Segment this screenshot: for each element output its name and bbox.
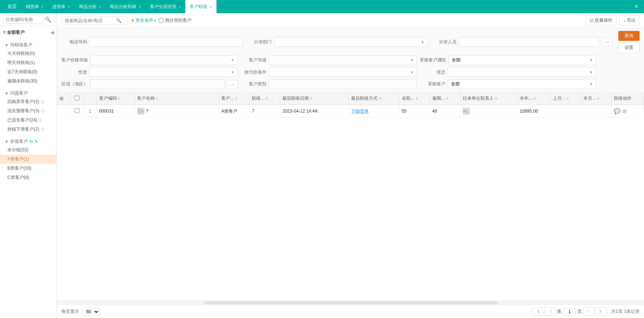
region-input[interactable]	[90, 80, 225, 89]
sidebar-item-repurchase-anomaly[interactable]: 回购异常客户(2) ⓘ	[0, 97, 57, 106]
content-area: 🔍 ▼ 更多条件 ▾ 我分管的客户 ☑ 批量操作 ↓ 导出	[57, 13, 644, 318]
sidebar-item-unclassified[interactable]: 未分组(32)	[0, 145, 57, 155]
value-customers-label[interactable]: ▼ 价值客户 ↻ ✎	[0, 137, 57, 145]
sidebar-search-icon[interactable]: 🔍	[45, 17, 51, 22]
phone-label: 电话号码	[61, 39, 87, 45]
sort-name-icon[interactable]: ⇅	[156, 97, 159, 100]
sort-overdue-icon[interactable]: ⇅	[446, 97, 449, 100]
close-product-list-tab-icon[interactable]: ×	[139, 4, 141, 9]
contact-method-link[interactable]: 下销货单	[351, 109, 369, 114]
select-all-checkbox[interactable]	[75, 96, 79, 100]
close-purchase-tab-icon[interactable]: ×	[68, 4, 70, 9]
problem-customers-label[interactable]: ▼ 问题客户	[0, 89, 57, 97]
export-button[interactable]: ↓ 导出	[619, 15, 640, 25]
filter-cell-scattered-attr: 零散客户属性 全部 ▼	[420, 55, 596, 65]
close-all-button[interactable]: ×	[632, 3, 641, 10]
page-size-select[interactable]: 50	[82, 308, 100, 316]
edit-icon[interactable]: ✎	[35, 139, 38, 144]
first-page-button[interactable]: 《	[532, 307, 543, 316]
sort-contact-icon[interactable]: ⇅	[265, 97, 268, 100]
sort-thismonth-icon[interactable]: ⇅	[597, 97, 600, 100]
sidebar-item-c-class[interactable]: C类客户(6)	[0, 173, 57, 182]
query-button[interactable]: 查询	[618, 31, 640, 41]
sidebar-item-tomorrow[interactable]: 明天待联络(1)	[0, 58, 57, 67]
th-code: 客户编码 ⇅	[97, 92, 135, 105]
chevron-price-icon: ▼	[231, 58, 235, 62]
next-page-button[interactable]: 〉	[583, 307, 594, 316]
sidebar-item-a-class[interactable]: A类客户(1)	[0, 155, 57, 164]
dept-select[interactable]: ▼	[274, 37, 427, 47]
nav-tab-customer-contact[interactable]: 客户联络 ×	[185, 0, 216, 13]
price-grade-select[interactable]: ▼	[90, 56, 238, 65]
payment-select[interactable]: ▼	[269, 67, 417, 77]
sort-unit-icon[interactable]: ⇅	[495, 97, 498, 100]
region-dots-button[interactable]: ···	[227, 80, 238, 89]
sort-year-icon[interactable]: ⇅	[533, 97, 536, 100]
sidebar-search-input[interactable]	[3, 15, 43, 24]
total-records: 共1页 1条记录	[611, 308, 640, 315]
last-page-button[interactable]: 》	[596, 307, 607, 316]
main-search-icon[interactable]: 🔍	[116, 18, 122, 23]
page-number-input[interactable]	[563, 308, 576, 315]
grid-action-icon[interactable]: ⊞	[622, 108, 627, 114]
more-conditions-button[interactable]: ▼ 更多条件 ▾	[130, 17, 156, 24]
info-icon-2: ⓘ	[41, 109, 44, 114]
nav-tab-home[interactable]: 首页	[3, 0, 21, 13]
td-name: Ea ?	[135, 105, 219, 118]
sidebar-item-declining[interactable]: 持续下滑客户(2) ⓘ	[0, 125, 57, 134]
status-select[interactable]: ▼	[448, 67, 596, 77]
nav-tab-sales[interactable]: 销货单 ×	[21, 0, 48, 13]
row-checkbox[interactable]	[75, 108, 79, 113]
th-this-year: 本年... ⇅	[517, 92, 550, 105]
sort-code-icon[interactable]: ⇅	[118, 97, 121, 100]
nav-tab-customer-tier[interactable]: 客户分层经营 ×	[146, 0, 185, 13]
sort-nocontact-icon[interactable]: ⇅	[415, 97, 418, 100]
nav-tab-product-list[interactable]: 商品分析列表 ×	[105, 0, 145, 13]
pagination: 《 〈 第 页 〉 》 共1页 1条记录	[532, 307, 640, 316]
payment-label: 收付款条件	[241, 69, 266, 75]
manager-input[interactable]	[459, 37, 600, 47]
close-product-analysis-tab-icon[interactable]: ×	[99, 4, 101, 9]
phone-input[interactable]	[89, 37, 243, 47]
customer-grade-select[interactable]: ▼	[269, 56, 417, 65]
scattered-attr-select[interactable]: 全部 ▼	[448, 55, 596, 65]
filter-row-4: 区域（地区） ··· 客户类型 零散客户 全部 ▼	[61, 79, 640, 89]
table-settings-icon[interactable]: ⚙	[59, 96, 64, 102]
chat-action-icon[interactable]: 💬	[614, 108, 620, 114]
sort-method-icon[interactable]: ⇅	[379, 97, 382, 100]
nav-tab-purchase[interactable]: 进货单 ×	[48, 0, 74, 13]
customer-type-input[interactable]	[269, 80, 417, 89]
dots-icon: ⠿	[3, 31, 6, 35]
nav-tab-product-analysis[interactable]: 商品分析 ×	[75, 0, 105, 13]
settings-button[interactable]: 设置	[618, 42, 640, 53]
all-customers-header[interactable]: ⠿ 全部客户 ◀	[0, 28, 57, 38]
batch-action-button[interactable]: ☑ 批量操作	[586, 15, 616, 25]
close-customer-tier-tab-icon[interactable]: ×	[179, 4, 181, 9]
sidebar-item-overdue[interactable]: 逾期未联络(30)	[0, 77, 57, 86]
scattered-select[interactable]: 全部 ▼	[448, 79, 596, 89]
td-overdue: 48	[430, 105, 460, 118]
sidebar-item-churned[interactable]: 已流失客户(24) ⓘ	[0, 116, 57, 125]
refresh-icon[interactable]: ↻	[29, 139, 33, 144]
filter-cell-customer-grade: 客户等级 ▼	[241, 56, 417, 65]
manager-dots-button[interactable]: ···	[601, 38, 612, 46]
filter-btn-group: 查询 设置	[618, 31, 640, 53]
sort-date-icon[interactable]: ⇅	[310, 97, 313, 100]
my-customers-checkbox[interactable]	[159, 18, 164, 23]
pending-contact-label[interactable]: ▼ 待联络客户	[0, 40, 57, 49]
close-sales-tab-icon[interactable]: ×	[41, 4, 43, 9]
status-label: 状态	[420, 69, 446, 75]
sidebar-item-today[interactable]: 今天待联络(0)	[0, 49, 57, 58]
sidebar-item-7days[interactable]: 近7天待联络(0)	[0, 67, 57, 77]
sidebar-item-b-class[interactable]: B类客户(33)	[0, 164, 57, 173]
sidebar-item-churn-warning[interactable]: 流失预警客户(3) ⓘ	[0, 106, 57, 116]
scattered-label: 零散客户	[420, 81, 446, 87]
horizontal-scrollbar[interactable]	[57, 300, 644, 305]
sort-type-icon[interactable]: ⇅	[235, 97, 238, 100]
nature-select[interactable]: ▼	[89, 67, 238, 77]
prev-page-button[interactable]: 〈	[544, 307, 555, 316]
th-last-month: 上月... ⇅	[551, 92, 581, 105]
main-search-input[interactable]	[65, 18, 116, 23]
close-customer-contact-tab-icon[interactable]: ×	[210, 4, 212, 9]
sort-lastmonth-icon[interactable]: ⇅	[566, 97, 569, 100]
